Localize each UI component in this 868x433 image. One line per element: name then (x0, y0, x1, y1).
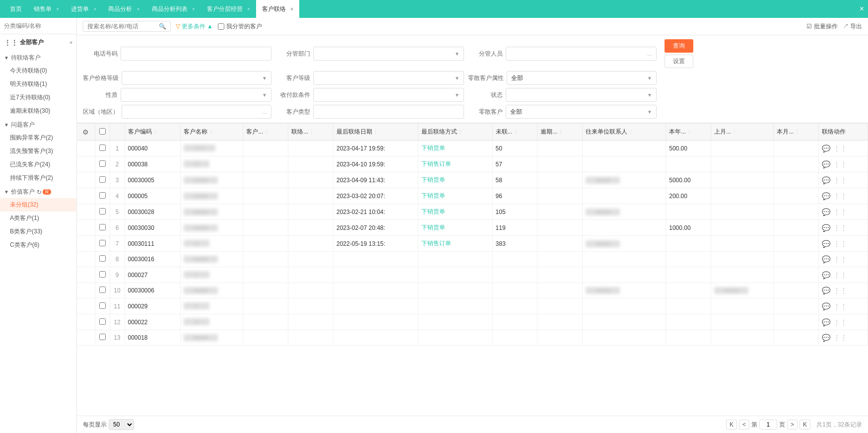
message-icon[interactable]: 💬 (822, 144, 830, 152)
close-product-list-tab[interactable]: × (192, 6, 195, 12)
sidebar-item-ungroup[interactable]: 未分组(32) (0, 198, 76, 212)
my-customers-filter[interactable]: 我分管的客户 (218, 22, 262, 31)
export-link[interactable]: ↗ 导出 (843, 22, 862, 31)
nav-tab-product-list[interactable]: 商品分析列表 × (146, 0, 201, 18)
row-checkbox-cell[interactable] (95, 172, 110, 188)
close-product-tab[interactable]: × (137, 6, 140, 12)
nav-home[interactable]: 首页 (4, 0, 28, 18)
refresh-icon[interactable]: ↻ (37, 189, 42, 196)
row-checkbox[interactable] (99, 334, 106, 340)
message-icon[interactable]: 💬 (822, 160, 830, 168)
sidebar-item-tomorrow[interactable]: 明天待联络(1) (0, 77, 76, 91)
qr-icon[interactable]: ⋮⋮ (833, 160, 847, 168)
message-icon[interactable]: 💬 (822, 192, 830, 200)
qr-icon[interactable]: ⋮⋮ (833, 318, 847, 326)
row-checkbox[interactable] (99, 224, 106, 230)
row-checkbox[interactable] (99, 318, 106, 325)
group-title-value[interactable]: ▼ 价值客户 ↻ R (0, 185, 76, 198)
sidebar-item-week[interactable]: 近7天待联络(0) (0, 91, 76, 104)
sidebar-item-churn-warn[interactable]: 流失预警客户(3) (0, 144, 76, 158)
row-last-contact-type[interactable] (418, 252, 492, 267)
field-retail-cust-select[interactable]: 全部 ▼ (506, 105, 657, 119)
row-checkbox-cell[interactable] (95, 283, 110, 298)
first-page-button[interactable]: K (726, 420, 737, 430)
sidebar-item-hoarding[interactable]: 囤购异常客户(2) (0, 131, 76, 144)
sidebar-item-a-class[interactable]: A类客户(1) (0, 212, 76, 225)
row-last-contact-type[interactable]: 下销货单 (418, 204, 492, 220)
qr-icon[interactable]: ⋮⋮ (833, 287, 847, 294)
qr-icon[interactable]: ⋮⋮ (833, 224, 847, 232)
row-last-contact-type[interactable] (418, 330, 492, 346)
row-checkbox-cell[interactable] (95, 330, 110, 346)
contact-type-link[interactable]: 下销售订单 (421, 240, 451, 247)
close-all-button[interactable]: × (860, 4, 864, 13)
qr-icon[interactable]: ⋮⋮ (833, 240, 847, 248)
nav-tab-sales[interactable]: 销售单 × (28, 0, 65, 18)
message-icon[interactable]: 💬 (822, 208, 830, 216)
field-phone-input[interactable] (121, 47, 271, 61)
name-column-header[interactable]: 客户名称 ⋮ (180, 124, 243, 141)
field-customer-level-select[interactable]: ▼ (313, 71, 464, 85)
contact-type-link[interactable]: 下销货单 (421, 208, 445, 215)
row-checkbox-cell[interactable] (95, 314, 110, 330)
qr-icon[interactable]: ⋮⋮ (833, 144, 847, 152)
row-last-contact-type[interactable] (418, 283, 492, 298)
sidebar-item-today[interactable]: 今天待联络(0) (0, 64, 76, 77)
nav-tab-purchase[interactable]: 进货单 × (65, 0, 102, 18)
nav-tab-customer-contact[interactable]: 客户联络 × (256, 0, 299, 18)
row-checkbox[interactable] (99, 255, 106, 262)
row-last-contact-type[interactable]: 下销货单 (418, 220, 492, 236)
last-page-button[interactable]: K (800, 420, 810, 430)
checkbox-column-header[interactable] (95, 124, 110, 141)
row-checkbox-cell[interactable] (95, 298, 110, 314)
field-price-level-select[interactable]: ▼ (122, 71, 271, 85)
row-checkbox[interactable] (99, 271, 106, 278)
sidebar-item-b-class[interactable]: B类客户(33) (0, 225, 76, 238)
row-checkbox-cell[interactable] (95, 252, 110, 267)
contact-type-link[interactable]: 下销售订单 (421, 160, 451, 167)
settings-column-header[interactable]: ⚙ (77, 124, 95, 141)
collapse-icon[interactable]: « (69, 40, 72, 45)
close-tier-tab[interactable]: × (247, 6, 250, 12)
sidebar-item-declining[interactable]: 持续下滑客户(2) (0, 171, 76, 185)
message-icon[interactable]: 💬 (822, 255, 830, 263)
contact-type-link[interactable]: 下销货单 (421, 224, 445, 231)
row-checkbox-cell[interactable] (95, 141, 110, 156)
filter-more-button[interactable]: ▽ 更多条件 ▲ (176, 22, 213, 31)
sidebar-item-churned[interactable]: 已流失客户(24) (0, 158, 76, 171)
row-last-contact-type[interactable]: 下销货单 (418, 188, 492, 204)
row-last-contact-type[interactable] (418, 267, 492, 283)
row-checkbox[interactable] (99, 287, 106, 293)
qr-icon[interactable]: ⋮⋮ (833, 176, 847, 184)
row-checkbox[interactable] (99, 240, 106, 246)
close-sales-tab[interactable]: × (56, 6, 59, 12)
row-last-contact-type[interactable] (418, 314, 492, 330)
field-status-select[interactable]: ▼ (506, 88, 657, 102)
nav-tab-product-analysis[interactable]: 商品分析 × (102, 0, 145, 18)
field-retail-attr-select[interactable]: 全部 ▼ (507, 71, 657, 85)
row-checkbox[interactable] (99, 176, 106, 183)
field-manager-input[interactable]: … (506, 47, 657, 61)
row-last-contact-type[interactable]: 下销货单 (418, 172, 492, 188)
message-icon[interactable]: 💬 (822, 334, 830, 342)
select-all-checkbox[interactable] (99, 128, 106, 135)
query-button[interactable]: 查询 (665, 39, 693, 53)
field-cust-type-input[interactable] (313, 105, 464, 119)
row-checkbox-cell[interactable] (95, 267, 110, 283)
message-icon[interactable]: 💬 (822, 302, 830, 310)
sidebar-item-overdue[interactable]: 逾期未联络(30) (0, 104, 76, 118)
my-customers-checkbox[interactable] (218, 23, 224, 30)
group-title-pending[interactable]: ▼ 待联络客户 (0, 51, 76, 64)
close-contact-tab[interactable]: × (290, 6, 293, 12)
qr-icon[interactable]: ⋮⋮ (833, 334, 847, 342)
qr-icon[interactable]: ⋮⋮ (833, 271, 847, 279)
message-icon[interactable]: 💬 (822, 224, 830, 232)
row-checkbox-cell[interactable] (95, 204, 110, 220)
row-last-contact-type[interactable]: 下销售订单 (418, 236, 492, 252)
qr-icon[interactable]: ⋮⋮ (833, 192, 847, 200)
nav-tab-customer-tier[interactable]: 客户分层经营 × (201, 0, 256, 18)
reset-button[interactable]: 设置 (665, 55, 693, 68)
row-checkbox[interactable] (99, 208, 106, 215)
all-customers-header[interactable]: ⋮⋮ 全部客户 « (0, 34, 76, 51)
row-checkbox-cell[interactable] (95, 188, 110, 204)
